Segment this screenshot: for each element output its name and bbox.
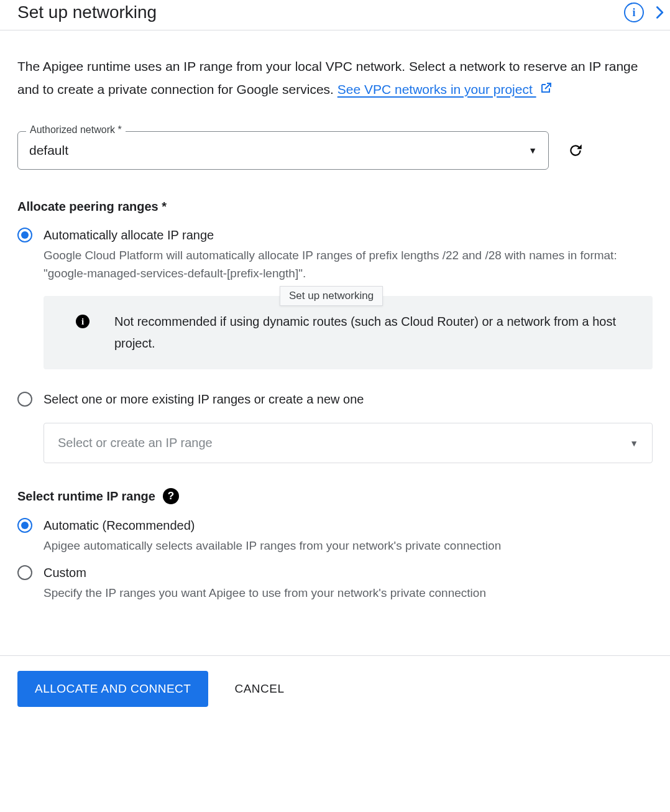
page-title: Set up networking [17, 2, 157, 22]
dropdown-arrow-icon: ▼ [630, 438, 638, 448]
dialog-header: Set up networking i [0, 0, 670, 30]
radio-existing-range-label[interactable]: Select one or more existing IP ranges or… [44, 390, 653, 408]
radio-runtime-custom: Custom Specify the IP ranges you want Ap… [17, 564, 653, 602]
radio-runtime-auto-label[interactable]: Automatic (Recommended) [44, 517, 653, 534]
radio-runtime-custom-content: Custom Specify the IP ranges you want Ap… [44, 564, 653, 602]
radio-checked-dot [21, 231, 29, 239]
description-text: The Apigee runtime uses an IP range from… [17, 55, 653, 101]
runtime-section-title-row: Select runtime IP range ? [17, 488, 653, 504]
ip-range-select[interactable]: Select or create an IP range ▼ [44, 423, 653, 463]
help-icon[interactable]: ? [163, 488, 179, 504]
allocate-peering-section-title: Allocate peering ranges * [17, 200, 653, 214]
radio-runtime-auto-control[interactable] [17, 518, 32, 533]
authorized-network-value: default [29, 143, 68, 158]
radio-existing-range: Select one or more existing IP ranges or… [17, 390, 653, 408]
radio-existing-range-control[interactable] [17, 392, 32, 407]
radio-runtime-auto-desc: Apigee automatically selects available I… [44, 537, 653, 555]
authorized-network-select[interactable]: default ▼ [17, 131, 549, 170]
cancel-button[interactable]: CANCEL [234, 682, 284, 696]
authorized-network-row: Authorized network * default ▼ [17, 131, 653, 170]
info-icon[interactable]: i [624, 2, 644, 22]
radio-runtime-auto: Automatic (Recommended) Apigee automatic… [17, 517, 653, 555]
callout-text: Not recommended if using dynamic routes … [114, 311, 634, 354]
radio-existing-range-content: Select one or more existing IP ranges or… [44, 390, 653, 408]
header-icons: i [624, 2, 660, 22]
ip-range-placeholder: Select or create an IP range [58, 436, 213, 450]
radio-runtime-custom-label[interactable]: Custom [44, 564, 653, 581]
radio-auto-allocate-control[interactable] [17, 228, 32, 242]
radio-auto-allocate: Automatically allocate IP range Google C… [17, 226, 653, 283]
radio-runtime-custom-desc: Specify the IP ranges you want Apigee to… [44, 584, 653, 602]
info-callout: Set up networking i Not recommended if u… [44, 296, 653, 369]
radio-runtime-auto-content: Automatic (Recommended) Apigee automatic… [44, 517, 653, 555]
runtime-section-title: Select runtime IP range [17, 489, 155, 504]
radio-runtime-custom-control[interactable] [17, 565, 32, 580]
dropdown-arrow-icon: ▼ [528, 145, 537, 155]
dialog-footer: ALLOCATE AND CONNECT CANCEL [0, 655, 670, 722]
radio-auto-allocate-desc: Google Cloud Platform will automatically… [44, 246, 653, 283]
external-link-icon [540, 78, 551, 101]
radio-auto-allocate-label[interactable]: Automatically allocate IP range [44, 226, 653, 244]
tooltip: Set up networking [280, 286, 383, 306]
radio-auto-allocate-content: Automatically allocate IP range Google C… [44, 226, 653, 283]
authorized-network-label: Authorized network * [26, 124, 126, 136]
vpc-networks-link[interactable]: See VPC networks in your project [337, 82, 551, 96]
refresh-icon[interactable] [567, 142, 584, 159]
info-filled-icon: i [76, 315, 89, 328]
dialog-content: The Apigee runtime uses an IP range from… [0, 30, 670, 624]
allocate-connect-button[interactable]: ALLOCATE AND CONNECT [17, 671, 208, 707]
radio-checked-dot [21, 522, 29, 529]
chevron-right-icon[interactable] [656, 4, 665, 21]
authorized-network-select-wrapper: Authorized network * default ▼ [17, 131, 549, 170]
